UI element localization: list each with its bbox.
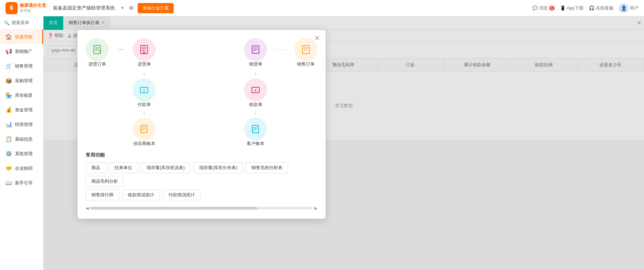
experience-button[interactable]: 体验行业方案 — [138, 3, 174, 13]
sidebar-item-base-info[interactable]: 📋 基础信息 — [0, 132, 43, 146]
flow-node-customer-ledger: 客户账本 — [244, 118, 267, 147]
finance-icon: 💰 — [5, 107, 12, 113]
sidebar-item-quick-nav[interactable]: 🏠 快捷导航 — [0, 30, 43, 44]
system-title: 装备及固定资产辅助管理系统 — [53, 5, 115, 11]
sidebar-item-label: 新手引导 — [15, 180, 33, 186]
svg-text:¥: ¥ — [254, 88, 257, 92]
purchase-icon: 📦 — [5, 77, 12, 84]
sales-order-label: 销售订单 — [297, 61, 315, 67]
scrollbar-track[interactable] — [90, 207, 313, 210]
flow-node-purchase-slip: 进货单 — [133, 38, 156, 67]
arrow-ss-down: ↓ — [244, 70, 267, 77]
btn-stock-dist[interactable]: 现存量(库存分布表) — [193, 162, 243, 173]
flow-node-receipt-slip: ¥ 收款单 — [244, 78, 267, 108]
sidebar-item-guide[interactable]: 📖 新手引导 — [0, 176, 43, 190]
payment-slip-icon: ¥ — [133, 78, 156, 102]
flow-node-supplier-ledger: 供应商账本 — [133, 118, 156, 147]
flow-node-purchase-order: 进货订单 — [86, 38, 109, 67]
sidebar-item-system[interactable]: ⚙️ 系统管理 — [0, 146, 43, 161]
supplier-ledger-icon — [133, 118, 156, 141]
sidebar-item-label: 营销推广 — [15, 49, 33, 55]
flow-node-payment-slip: ¥ 付款单 — [133, 78, 156, 108]
sidebar-item-purchase[interactable]: 📦 采购管理 — [0, 73, 43, 88]
btn-sales-rank[interactable]: 销售排行榜 — [86, 190, 119, 200]
content-area: 首页 销售订单执行表 ✕ ✕ ❓ 帮助 🖨 按模板打印 ▼ — [43, 16, 644, 270]
online-service-action[interactable]: 🎧 在线客服 — [589, 5, 613, 11]
payment-slip-label: 付款单 — [138, 102, 151, 108]
customer-ledger-label: 客户账本 — [247, 141, 264, 147]
modal-box: ✕ 进货订单 → — [77, 30, 326, 219]
arrow-po-ps: → — [109, 45, 133, 60]
guide-icon: 📖 — [5, 180, 12, 186]
dropdown-icon[interactable]: ▼ — [120, 5, 125, 11]
purchase-slip-icon — [133, 38, 156, 61]
app-download-action[interactable]: 📱 App下载 — [560, 5, 584, 11]
message-badge: 5 — [549, 6, 555, 11]
btn-payment-stats[interactable]: 付款情况统计 — [163, 190, 201, 200]
flow-node-sales-slip: 销货单 — [244, 38, 267, 67]
purchase-order-icon — [86, 38, 109, 61]
arrow-pay-down: ↓ — [133, 109, 156, 116]
avatar: 👤 — [619, 3, 628, 13]
btn-counterparty[interactable]: 往来单位 — [109, 162, 138, 173]
user-action[interactable]: 👤 用户 — [619, 3, 639, 13]
common-buttons-row1: 商品 往来单位 现存量(库存状况表) 现存量(库存分布表) 销售毛利分析表 商品… — [86, 162, 317, 187]
flow-node-sales-order: 销售订单 — [294, 38, 317, 67]
user-label: 用户 — [630, 5, 639, 11]
sidebar-item-sales[interactable]: 🛒 销售管理 — [0, 59, 43, 73]
search-menu[interactable]: 🔍 搜索菜单 — [0, 16, 43, 30]
brand-name: 畅康通好生意 — [20, 3, 46, 8]
marketing-icon: 📢 — [5, 48, 12, 55]
sidebar: 🔍 搜索菜单 🏠 快捷导航 📢 营销推广 🛒 销售管理 📦 采购管理 🏪 — [0, 16, 43, 270]
common-title: 常用功能 — [86, 152, 317, 158]
customer-ledger-icon — [244, 118, 267, 141]
home-icon: 🏠 — [5, 34, 12, 40]
enterprise-icon: 🤝 — [5, 165, 12, 172]
sidebar-item-label: 资金管理 — [15, 107, 33, 113]
sidebar-item-inventory[interactable]: 🏪 库存核算 — [0, 88, 43, 103]
btn-sales-margin[interactable]: 销售毛利分析表 — [246, 162, 288, 173]
search-menu-label: 搜索菜单 — [12, 20, 29, 26]
modal-scrollbar: ◀ ▶ — [86, 206, 317, 211]
scrollbar-thumb — [90, 207, 257, 210]
arrow-rec-down: ↓ — [244, 109, 267, 116]
sidebar-item-label: 企业协同 — [15, 165, 33, 172]
scroll-left-icon[interactable]: ◀ — [86, 206, 89, 211]
svg-rect-22 — [141, 125, 147, 133]
btn-product[interactable]: 商品 — [86, 162, 106, 173]
supplier-ledger-label: 供应商账本 — [133, 141, 155, 147]
modal-overlay: ✕ 进货订单 → — [43, 16, 644, 270]
logo-text: 畅康通好生意 标准版 — [20, 3, 46, 13]
scroll-right-icon[interactable]: ▶ — [314, 206, 317, 211]
svg-text:¥: ¥ — [143, 88, 145, 92]
base-info-icon: 📋 — [5, 136, 12, 142]
svg-rect-14 — [302, 46, 309, 54]
common-functions: 常用功能 商品 往来单位 现存量(库存状况表) 现存量(库存分布表) 销售毛利分… — [86, 152, 317, 200]
message-action[interactable]: 💬 消息 5 — [532, 5, 555, 11]
sidebar-item-finance[interactable]: 💰 资金管理 — [0, 103, 43, 117]
sales-slip-icon — [244, 38, 267, 61]
sales-order-icon — [294, 38, 317, 61]
purchase-order-label: 进货订单 — [88, 61, 106, 67]
svg-rect-23 — [140, 126, 141, 132]
sidebar-item-operations[interactable]: 📊 经营管理 — [0, 117, 43, 132]
sidebar-item-label: 销售管理 — [15, 63, 33, 69]
search-icon: 🔍 — [4, 20, 10, 25]
sidebar-item-marketing[interactable]: 📢 营销推广 — [0, 44, 43, 59]
sidebar-item-label: 快捷导航 — [15, 34, 33, 40]
btn-product-margin[interactable]: 商品毛利分析 — [86, 176, 124, 187]
sidebar-item-label: 库存核算 — [15, 92, 33, 98]
btn-receipt-stats[interactable]: 收款情况统计 — [122, 190, 160, 200]
gear-icon[interactable]: ⚙ — [129, 5, 134, 11]
sidebar-item-label: 系统管理 — [15, 151, 33, 157]
common-buttons-row2: 销售排行榜 收款情况统计 付款情况统计 — [86, 190, 317, 200]
logo-icon: 6 — [5, 2, 18, 14]
service-icon: 🎧 — [589, 5, 594, 11]
sidebar-item-label: 经营管理 — [15, 122, 33, 128]
brand-sub: 标准版 — [20, 8, 46, 13]
sidebar-item-enterprise[interactable]: 🤝 企业协同 — [0, 161, 43, 176]
modal-close-button[interactable]: ✕ — [314, 34, 320, 42]
btn-stock-status[interactable]: 现存量(库存状况表) — [141, 162, 191, 173]
sales-slip-label: 销货单 — [249, 61, 262, 67]
sales-icon: 🛒 — [5, 63, 12, 69]
